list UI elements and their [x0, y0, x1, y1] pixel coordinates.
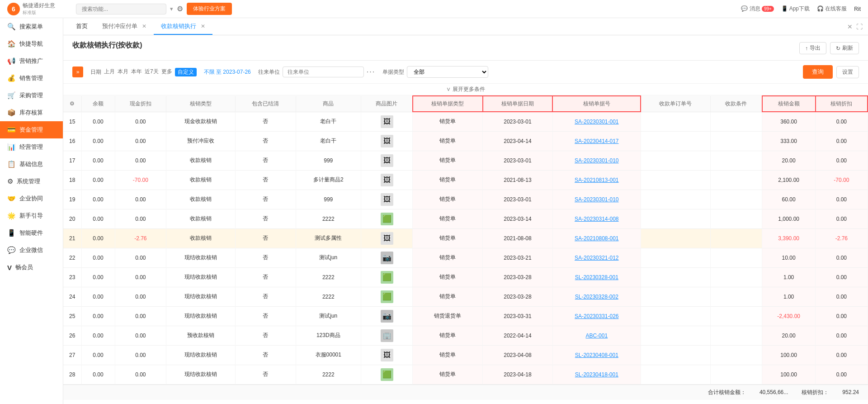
tab-prepay[interactable]: 预付冲应付单 ✕ — [95, 19, 154, 35]
top-bar: 6 畅捷通好生意 标准版 ▾ ⚙ 体验行业方案 💬 消息 99+ 📱 App下载… — [0, 0, 868, 18]
dropdown-icon[interactable]: ▾ — [170, 5, 173, 12]
sidebar-item-search[interactable]: 🔍 搜索菜单 — [0, 18, 63, 35]
sidebar-item-member[interactable]: V 畅会员 — [0, 259, 63, 276]
search-icon: 🔍 — [7, 23, 16, 31]
cell-goods-img: 🖼 — [361, 131, 412, 151]
online-service-btn[interactable]: 🎧 在线客服 — [817, 5, 847, 13]
col-gear[interactable]: ⚙ — [63, 96, 81, 112]
sidebar-item-capital[interactable]: 💳 资金管理 — [0, 121, 63, 138]
date-custom[interactable]: 自定义 — [175, 68, 197, 76]
verify-no-link[interactable]: SA-20230314-008 — [575, 216, 618, 222]
verify-no-link[interactable]: SA-20230321-012 — [575, 255, 618, 261]
cell-verify-no[interactable]: SA-20230314-008 — [552, 209, 641, 228]
cell-verify-amount: -2,430.00 — [762, 306, 816, 326]
user-name[interactable]: Rit — [854, 6, 861, 12]
cell-verify-no[interactable]: SA-20230331-026 — [552, 306, 641, 326]
cell-goods: 衣服00001 — [296, 345, 361, 365]
cell-verify-no[interactable]: ABC-001 — [552, 326, 641, 345]
export-icon: ↑ — [805, 45, 808, 52]
tab-collection[interactable]: 收款核销执行 ✕ — [154, 19, 212, 35]
verify-no-link[interactable]: SA-20230331-026 — [575, 313, 618, 319]
cell-verify-no[interactable]: SA-20230414-017 — [552, 131, 641, 151]
cell-balance: 0.00 — [81, 267, 115, 287]
table-row: 270.000.00现结收款核销否衣服00001🖼销货单2023-04-08SL… — [63, 345, 868, 365]
cell-verify-type: 现金收款核销 — [166, 112, 236, 131]
verify-no-link[interactable]: SL-20230328-001 — [575, 274, 618, 280]
cell-verify-no[interactable]: SL-20230328-001 — [552, 267, 641, 287]
verify-no-link[interactable]: SA-20230301-010 — [575, 157, 618, 164]
sidebar-item-purchase[interactable]: 🛒 采购管理 — [0, 87, 63, 104]
basicinfo-icon: 📋 — [7, 160, 16, 168]
cell-balance: 0.00 — [81, 131, 115, 151]
cell-receipt-order-no — [641, 345, 710, 365]
date-7days[interactable]: 近7天 — [145, 68, 159, 76]
cell-verify-no[interactable]: SA-20210808-001 — [552, 228, 641, 248]
sidebar-item-smarthw[interactable]: 📱 智能硬件 — [0, 224, 63, 242]
partner-dots[interactable]: ··· — [367, 68, 375, 76]
verify-no-link[interactable]: SA-20230301-010 — [575, 196, 618, 203]
filter-settings-btn[interactable]: 设置 — [836, 66, 859, 78]
verify-no-link[interactable]: ABC-001 — [585, 333, 608, 339]
sidebar-item-basicinfo[interactable]: 📋 基础信息 — [0, 156, 63, 173]
cell-goods: 测试jun — [296, 248, 361, 267]
cell-verify-amount: 1,000.00 — [762, 209, 816, 228]
cell-verify-no[interactable]: SL-20230408-001 — [552, 345, 641, 365]
sidebar-item-wechat[interactable]: 💬 企业微信 — [0, 242, 63, 259]
sidebar-item-sales[interactable]: 💰 销售管理 — [0, 70, 63, 87]
cell-verify-no[interactable]: SA-20210813-001 — [552, 170, 641, 190]
sidebar-item-inventory[interactable]: 📦 库存核算 — [0, 104, 63, 121]
cell-verify-voucher-type: 销货单 — [413, 209, 483, 228]
cell-verify-no[interactable]: SA-20230301-010 — [552, 151, 641, 170]
sidebar-item-enterprise[interactable]: 🤝 企业协同 — [0, 190, 63, 207]
cell-cash-discount: 0.00 — [115, 112, 166, 131]
verify-no-link[interactable]: SA-20230414-017 — [575, 138, 618, 144]
expand-conditions-bar[interactable]: ∨ 展开更多条件 — [63, 84, 868, 95]
cell-goods: 123D商品 — [296, 326, 361, 345]
date-range-text: 不限 至 2023-07-26 — [204, 68, 251, 76]
app-download-btn[interactable]: 📱 App下载 — [781, 5, 810, 13]
cell-verify-date: 2023-03-28 — [483, 267, 553, 287]
verify-no-link[interactable]: SL-20230408-001 — [575, 352, 618, 358]
sidebar-item-guide[interactable]: 🌟 新手引导 — [0, 207, 63, 224]
tab-collection-close[interactable]: ✕ — [201, 23, 205, 29]
cell-verify-no[interactable]: SA-20230301-010 — [552, 190, 641, 209]
verify-no-link[interactable]: SL-20230328-002 — [575, 294, 618, 300]
table-container[interactable]: ⚙ 余额 现金折扣 核销类型 包含已结清 商品 商品图片 核销单据类型 核销单据… — [63, 95, 868, 404]
sidebar-item-operations[interactable]: 📊 经营管理 — [0, 138, 63, 156]
date-more[interactable]: 更多 — [161, 68, 172, 76]
partner-input[interactable] — [283, 67, 364, 77]
sidebar-item-marketing[interactable]: 📢 营销推广 — [0, 52, 63, 70]
sidebar-item-quicknav[interactable]: 🏠 快捷导航 — [0, 35, 63, 52]
solution-btn[interactable]: 体验行业方案 — [187, 3, 232, 15]
gear-icon[interactable]: ⚙ — [177, 5, 183, 13]
window-expand-icon[interactable]: ⛶ — [856, 23, 863, 30]
cell-id: 21 — [63, 228, 81, 248]
export-btn[interactable]: ↑ 导出 — [799, 42, 826, 54]
sidebar-item-system[interactable]: ⚙ 系统管理 — [0, 173, 63, 190]
cell-verify-no[interactable]: SA-20230321-012 — [552, 248, 641, 267]
refresh-btn[interactable]: ↻ 刷新 — [830, 42, 859, 54]
date-this-year[interactable]: 本年 — [131, 68, 142, 76]
window-close-icon[interactable]: ✕ — [847, 23, 853, 30]
message-btn[interactable]: 💬 消息 99+ — [741, 5, 774, 13]
voucher-type-select[interactable]: 全部 销货单 — [407, 66, 488, 78]
verify-no-link[interactable]: SA-20230301-001 — [575, 119, 618, 125]
verify-no-link[interactable]: SL-20230418-001 — [575, 371, 618, 378]
cell-verify-no[interactable]: SL-20230418-001 — [552, 365, 641, 384]
sidebar-label-system: 系统管理 — [17, 177, 40, 185]
cell-cash-discount: 0.00 — [115, 326, 166, 345]
cell-include-settled: 否 — [236, 228, 296, 248]
tab-home[interactable]: 首页 — [69, 19, 95, 35]
query-btn[interactable]: 查询 — [803, 65, 833, 79]
col-verify-discount: 核销折扣 — [816, 96, 868, 112]
top-search-input[interactable] — [76, 4, 166, 14]
tab-prepay-close[interactable]: ✕ — [142, 23, 146, 29]
date-this-month[interactable]: 本月 — [118, 68, 128, 76]
cell-goods-img: 🟩 — [361, 365, 412, 384]
date-last-month[interactable]: 上月 — [104, 68, 115, 76]
cell-verify-no[interactable]: SL-20230328-002 — [552, 287, 641, 306]
verify-no-link[interactable]: SA-20210808-001 — [575, 235, 618, 242]
verify-no-link[interactable]: SA-20210813-001 — [575, 177, 618, 183]
filter-collapse-btn[interactable]: » — [72, 67, 83, 77]
cell-verify-no[interactable]: SA-20230301-001 — [552, 112, 641, 131]
